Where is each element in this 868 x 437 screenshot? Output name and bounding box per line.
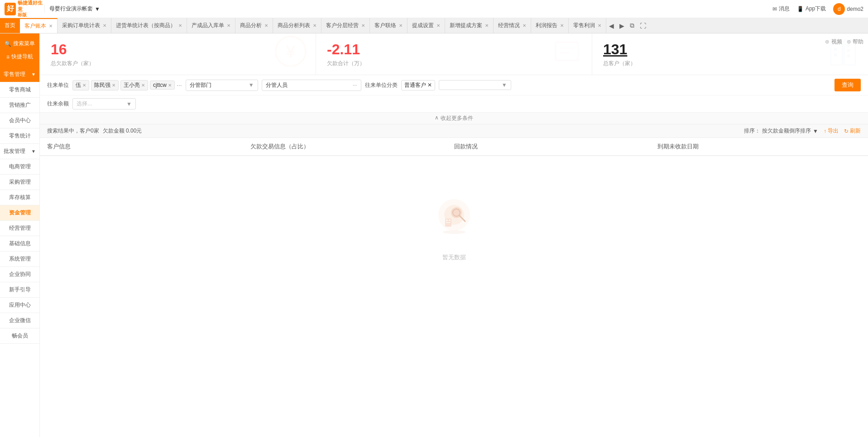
close-icon[interactable]: ✕: [523, 23, 526, 28]
sidebar-item-ecommerce[interactable]: 电商管理: [0, 159, 39, 175]
sidebar-item-enterprise[interactable]: 企业协同: [0, 267, 39, 282]
tab-restore[interactable]: ⧉: [627, 22, 637, 29]
refresh-icon: ↻: [844, 128, 849, 134]
svg-rect-10: [847, 49, 850, 52]
query-button[interactable]: 查询: [834, 79, 861, 91]
stat-icon-money: ¥: [275, 35, 307, 73]
filter-row-2: 往来余额 选择... ▼: [40, 95, 868, 113]
close-icon[interactable]: ✕: [485, 23, 489, 28]
collapse-row[interactable]: ∧ 收起更多条件: [40, 113, 868, 124]
tab-label: 利润报告: [536, 22, 557, 29]
tab-goods-analysis[interactable]: 商品分析 ✕: [235, 18, 273, 33]
chevron-down-icon: ▼: [502, 82, 507, 88]
remove-tag-chen[interactable]: ✕: [112, 83, 115, 88]
remove-category-tag[interactable]: ✕: [427, 82, 432, 88]
search-result-row: 搜索结果中，客户0家 欠款金额 0.00元 排序： 按欠款金额倒序排序 ▼ ↑ …: [40, 124, 868, 138]
filter-tag-chen: 陈民强 ✕: [91, 80, 119, 90]
sidebar-search[interactable]: 🔍 搜索菜单: [0, 37, 39, 50]
sidebar-item-finance[interactable]: 资金管理: [0, 205, 39, 221]
close-icon[interactable]: ✕: [361, 23, 365, 28]
tab-customer-layer[interactable]: 客户分层经营 ✕: [321, 18, 370, 33]
stat-value-customers: 16: [51, 41, 67, 58]
balance-select[interactable]: 选择... ▼: [72, 98, 136, 109]
tab-inbound-stats[interactable]: 进货单统计表（按商品） ✕: [111, 18, 187, 33]
tab-customer-ledger[interactable]: 客户账本 ✕: [20, 18, 58, 33]
close-icon[interactable]: ✕: [598, 23, 601, 28]
person-ellipsis: ···: [353, 82, 357, 88]
stat-label-customers: 总欠款客户（家）: [51, 60, 94, 67]
remove-tag-cjttcw[interactable]: ✕: [168, 83, 172, 88]
close-icon[interactable]: ✕: [264, 23, 268, 28]
app-download-btn[interactable]: 📱 App下载: [797, 5, 826, 13]
remove-tag-wu[interactable]: ✕: [82, 83, 86, 88]
export-btn[interactable]: ↑ 导出: [824, 127, 839, 135]
video-link[interactable]: ⊙ 视频: [825, 38, 842, 46]
stat-icon-debt: [551, 35, 583, 73]
sidebar-item-operations[interactable]: 经营管理: [0, 221, 39, 236]
tab-retail-profit[interactable]: 零售利润 ✕: [569, 18, 606, 33]
main-layout: 🔍 搜索菜单 ≡ 快捷导航 零售管理 ▼ 零售商城 营销推广 会员中心 零售统计…: [0, 33, 868, 437]
sidebar-item-retail-mgmt[interactable]: 零售管理 ▼: [0, 67, 39, 82]
sidebar-item-newbie[interactable]: 新手引导: [0, 282, 39, 298]
close-icon[interactable]: ✕: [178, 23, 182, 28]
stat-value-total: 131: [603, 41, 627, 58]
remove-tag-wang[interactable]: ✕: [141, 83, 145, 88]
workspace-name: 母婴行业演示帐套: [49, 5, 93, 13]
tab-label: 客户账本: [24, 22, 46, 30]
tab-fullscreen[interactable]: ⛶: [637, 22, 649, 29]
person-label: 分管人员: [266, 81, 288, 89]
person-select[interactable]: 分管人员 ···: [262, 80, 361, 91]
sidebar-item-system[interactable]: 系统管理: [0, 252, 39, 267]
sidebar-item-wechat[interactable]: 企业微信: [0, 313, 39, 328]
tab-label: 商品分析: [240, 22, 262, 29]
sidebar-item-inventory[interactable]: 库存核算: [0, 190, 39, 205]
svg-rect-19: [449, 219, 451, 221]
sidebar-item-retail-stats[interactable]: 零售统计: [0, 128, 39, 144]
message-btn[interactable]: ✉ 消息: [772, 5, 790, 13]
stat-label-total: 总客户（家）: [603, 60, 636, 67]
tab-label: 零售利润: [573, 22, 595, 29]
table-header: 客户信息 欠款交易信息（占比） 回款情况 到期未收款日期: [40, 138, 868, 156]
refresh-btn[interactable]: ↻ 刷新: [844, 127, 861, 135]
tab-commission-settings[interactable]: 提成设置 ✕: [408, 18, 445, 33]
tab-profit-report[interactable]: 利润报告 ✕: [531, 18, 569, 33]
sidebar-item-purchase[interactable]: 采购管理: [0, 175, 39, 190]
tab-home[interactable]: 首页: [0, 18, 20, 33]
stat-label-debt: 欠款合计（万）: [327, 60, 365, 67]
sidebar-item-wholesale-mgmt[interactable]: 批发管理 ▼: [0, 144, 39, 159]
sort-select[interactable]: 排序： 按欠款金额倒序排序 ▼: [744, 127, 818, 135]
tab-business[interactable]: 经营情况 ✕: [494, 18, 531, 33]
tab-purchase-stats[interactable]: 采购订单统计表 ✕: [58, 18, 111, 33]
svg-rect-8: [834, 53, 837, 56]
sidebar-item-basic-info[interactable]: 基础信息: [0, 236, 39, 252]
tab-scroll-left[interactable]: ◀: [606, 22, 617, 29]
sidebar-item-member[interactable]: 畅会员: [0, 328, 39, 344]
tab-add-commission[interactable]: 新增提成方案 ✕: [445, 18, 494, 33]
close-icon[interactable]: ✕: [436, 23, 440, 28]
close-icon[interactable]: ✕: [49, 24, 53, 28]
top-right-links: ⊙ 视频 ⊙ 帮助: [825, 38, 863, 46]
close-icon[interactable]: ✕: [399, 23, 403, 28]
close-icon[interactable]: ✕: [103, 23, 106, 28]
tab-production[interactable]: 产成品入库单 ✕: [187, 18, 235, 33]
sidebar-item-member-center[interactable]: 会员中心: [0, 113, 39, 128]
logo-sub: 标版: [18, 12, 44, 18]
sidebar-item-app-center[interactable]: 应用中心: [0, 298, 39, 313]
tab-goods-analysis-list[interactable]: 商品分析列表 ✕: [273, 18, 321, 33]
sidebar-item-retail-mall[interactable]: 零售商城: [0, 82, 39, 98]
close-icon[interactable]: ✕: [227, 23, 230, 28]
dept-select[interactable]: 分管部门 ▼: [186, 80, 258, 91]
tab-scroll-right[interactable]: ▶: [617, 22, 627, 29]
more-tags[interactable]: ···: [177, 81, 182, 89]
tab-customer-contact[interactable]: 客户联络 ✕: [370, 18, 408, 33]
close-icon[interactable]: ✕: [560, 23, 564, 28]
svg-text:¥: ¥: [286, 42, 296, 61]
close-icon[interactable]: ✕: [313, 23, 317, 28]
workspace-selector[interactable]: 母婴行业演示帐套 ▼: [44, 5, 105, 13]
sidebar-item-marketing[interactable]: 营销推广: [0, 98, 39, 113]
category-dropdown[interactable]: ▼: [439, 80, 511, 90]
stats-row: 16 总欠款客户（家） ¥ -2.11 欠款合计（万）: [40, 33, 868, 75]
user-menu[interactable]: d demo2: [833, 3, 863, 15]
help-link[interactable]: ⊙ 帮助: [847, 38, 863, 46]
sidebar-quick-nav[interactable]: ≡ 快捷导航: [0, 50, 39, 63]
